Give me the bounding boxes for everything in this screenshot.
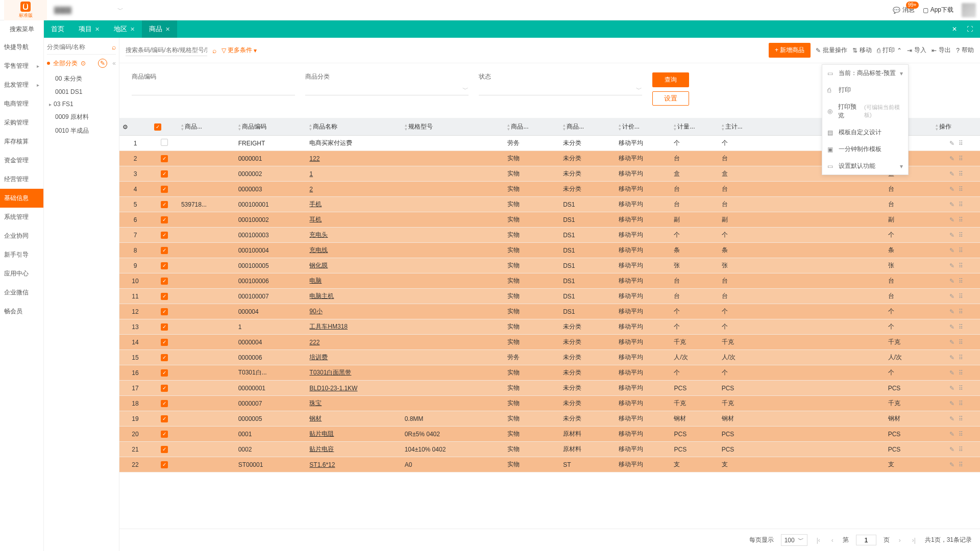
more-icon[interactable]: ⠿ xyxy=(959,201,963,208)
product-name-link[interactable]: 222 xyxy=(309,339,320,346)
sidebar-item[interactable]: 采购管理 xyxy=(0,113,43,132)
edit-icon[interactable]: ✎ xyxy=(949,293,954,300)
column-header[interactable]: ▴▾商品... xyxy=(504,118,560,136)
product-name-link[interactable]: 耳机 xyxy=(309,216,322,223)
edit-icon[interactable]: ✎ xyxy=(949,216,954,223)
sort-icon[interactable]: ▴▾ xyxy=(619,123,621,131)
print-menu-custom[interactable]: ▤模板自定义设计 xyxy=(822,124,908,141)
tree-search-input[interactable] xyxy=(47,43,112,51)
table-row[interactable]: 20✓0001贴片电阻0R±5% 0402实物原材料移动平均PCSPCSPCS✎… xyxy=(119,427,980,442)
sidebar-item[interactable]: 基础信息 xyxy=(0,189,43,208)
edit-icon[interactable]: ✎ xyxy=(949,278,954,285)
more-icon[interactable]: ⠿ xyxy=(959,461,963,468)
row-checkbox[interactable]: ✓ xyxy=(161,431,168,438)
collapse-left-icon[interactable]: « xyxy=(112,60,116,67)
more-icon[interactable]: ⠿ xyxy=(959,232,963,239)
product-name-link[interactable]: ST1.6*12 xyxy=(309,461,335,468)
edit-icon[interactable]: ✎ xyxy=(949,232,954,239)
row-checkbox[interactable]: ✓ xyxy=(161,339,168,346)
more-icon[interactable]: ⠿ xyxy=(959,216,963,223)
table-row[interactable]: 7✓000100003充电头实物DS1移动平均个个个✎⠿ xyxy=(119,228,980,243)
settings-button[interactable]: 设置 xyxy=(652,91,689,106)
next-page-button[interactable]: › xyxy=(897,537,903,544)
tab-地区[interactable]: 地区✕ xyxy=(107,20,142,38)
gear-icon[interactable]: ⚙ xyxy=(122,123,128,131)
prev-page-button[interactable]: ‹ xyxy=(829,537,836,544)
sidebar-item[interactable]: 库存核算 xyxy=(0,132,43,151)
more-icon[interactable]: ⠿ xyxy=(959,415,963,422)
product-name-link[interactable]: BLD10-23-1.1KW xyxy=(309,385,357,392)
product-name-link[interactable]: 贴片电阻 xyxy=(309,430,334,437)
column-header[interactable]: ▴▾商品编码 xyxy=(235,118,307,136)
table-row[interactable]: 19✓0000005钢材0.8MM实物未分类移动平均钢材钢材钢材✎⠿ xyxy=(119,411,980,427)
more-icon[interactable]: ⠿ xyxy=(959,170,963,178)
select-all-checkbox[interactable]: ✓ xyxy=(154,123,161,131)
more-icon[interactable]: ⠿ xyxy=(959,431,963,438)
edit-icon[interactable]: ✎ xyxy=(949,186,954,193)
more-icon[interactable]: ⠿ xyxy=(959,308,963,315)
row-checkbox[interactable]: ✓ xyxy=(161,232,168,239)
column-header[interactable]: ▴▾计价... xyxy=(616,118,671,136)
sidebar-item[interactable]: 系统管理 xyxy=(0,208,43,227)
sidebar-item[interactable]: 资金管理 xyxy=(0,151,43,170)
filter-status-select[interactable]: ﹀ xyxy=(479,84,642,95)
product-name-link[interactable]: 电脑主机 xyxy=(309,292,334,299)
edit-icon[interactable]: ✎ xyxy=(949,400,954,407)
more-icon[interactable]: ⠿ xyxy=(959,400,963,407)
app-download-button[interactable]: ▢ App下载 xyxy=(923,6,953,14)
table-row[interactable]: 9✓000100005钢化膜实物DS1移动平均张张张✎⠿ xyxy=(119,258,980,273)
avatar[interactable] xyxy=(962,3,976,17)
more-icon[interactable]: ⠿ xyxy=(959,247,963,254)
edit-icon[interactable]: ✎ xyxy=(949,262,954,269)
sort-icon[interactable]: ▴▾ xyxy=(405,123,407,131)
more-icon[interactable]: ⠿ xyxy=(959,369,963,377)
row-checkbox[interactable]: ✓ xyxy=(161,400,168,407)
print-menu-preview[interactable]: ◎打印预览 (可编辑当前模板) xyxy=(822,98,908,124)
table-row[interactable]: 16✓T0301白...T0301白面黑带实物未分类移动平均个个个✎⠿ xyxy=(119,365,980,381)
query-button[interactable]: 查询 xyxy=(652,72,689,87)
row-checkbox[interactable]: ✓ xyxy=(161,247,168,254)
batch-action-button[interactable]: ✎批量操作 xyxy=(816,46,847,55)
print-button[interactable]: ⎙打印⌃ xyxy=(877,46,902,55)
table-row[interactable]: 10✓000100006电脑实物DS1移动平均台台台✎⠿ xyxy=(119,273,980,289)
sidebar-item[interactable]: 经营管理 xyxy=(0,170,43,189)
close-icon[interactable]: ✕ xyxy=(95,26,100,33)
row-checkbox[interactable]: ✓ xyxy=(161,262,168,269)
edit-icon[interactable]: ✎ xyxy=(949,339,954,346)
table-row[interactable]: 21✓0002贴片电容104±10% 0402实物原材料移动平均PCSPCSPC… xyxy=(119,442,980,457)
row-checkbox[interactable]: ✓ xyxy=(161,446,168,453)
row-checkbox[interactable]: ✓ xyxy=(161,461,168,468)
more-icon[interactable]: ⠿ xyxy=(959,446,963,453)
table-row[interactable]: 11✓000100007电脑主机实物DS1移动平均台台台✎⠿ xyxy=(119,289,980,304)
add-product-button[interactable]: + 新增商品 xyxy=(769,43,811,58)
row-checkbox[interactable]: ✓ xyxy=(161,170,168,178)
row-checkbox[interactable]: ✓ xyxy=(161,308,168,315)
product-name-link[interactable]: 珠宝 xyxy=(309,399,322,407)
per-page-select[interactable]: 100﹀ xyxy=(781,534,807,546)
sidebar-item[interactable]: 电商管理 xyxy=(0,94,43,113)
more-filters-button[interactable]: ▽ 更多条件 ▾ xyxy=(222,46,257,55)
edit-icon[interactable]: ✎ xyxy=(949,415,954,422)
tree-node[interactable]: 03 FS1 xyxy=(47,98,116,110)
sidebar-item[interactable]: 批发管理▸ xyxy=(0,76,43,94)
help-button[interactable]: ?帮助 xyxy=(956,46,974,55)
sort-icon[interactable]: ▴▾ xyxy=(563,123,566,131)
tree-node[interactable]: 00 未分类 xyxy=(47,72,116,86)
row-checkbox[interactable]: ✓ xyxy=(161,415,168,422)
table-row[interactable]: 13✓1工具车HM318实物未分类移动平均个个个✎⠿ xyxy=(119,319,980,335)
tree-node[interactable]: 0010 半成品 xyxy=(47,124,116,138)
edit-icon[interactable]: ✎ xyxy=(98,59,107,68)
page-input[interactable] xyxy=(856,535,876,545)
product-name-link[interactable]: 钢化膜 xyxy=(309,262,328,269)
more-icon[interactable]: ⠿ xyxy=(959,385,963,392)
product-name-link[interactable]: 手机 xyxy=(309,201,322,208)
print-menu-default[interactable]: ▭设置默认功能▾ xyxy=(822,158,908,174)
more-icon[interactable]: ⠿ xyxy=(959,186,963,193)
more-icon[interactable]: ⠿ xyxy=(959,262,963,269)
sidebar-item[interactable]: 零售管理▸ xyxy=(0,57,43,76)
more-icon[interactable]: ⠿ xyxy=(959,323,963,331)
table-row[interactable]: 15✓0000006培训费劳务未分类移动平均人/次人/次人/次✎⠿ xyxy=(119,350,980,365)
product-name-link[interactable]: 122 xyxy=(309,155,320,162)
sort-icon[interactable]: ▴▾ xyxy=(309,123,312,131)
export-button[interactable]: ⇤导出 xyxy=(932,46,951,55)
